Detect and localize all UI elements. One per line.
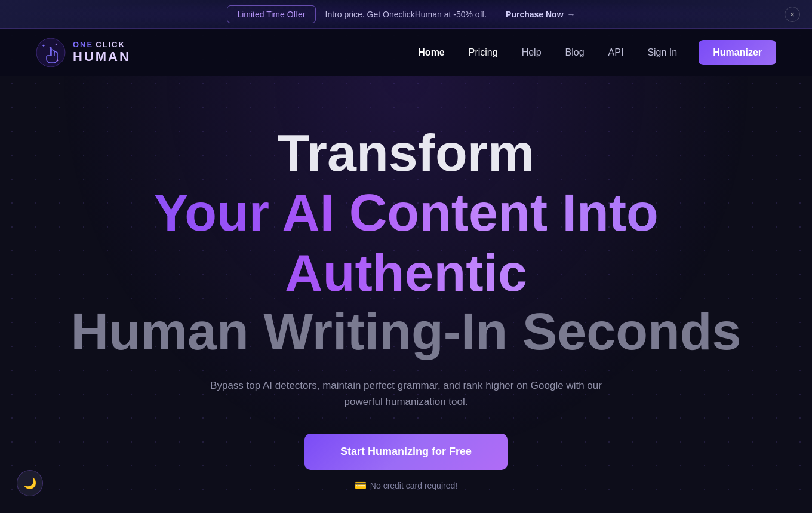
- nav-humanizer-button[interactable]: Humanizer: [699, 40, 776, 65]
- purchase-now-button[interactable]: Purchase Now →: [496, 6, 585, 23]
- svg-text:✦: ✦: [56, 59, 59, 62]
- logo-icon: ✦ ✦ ✦: [36, 38, 66, 67]
- nav-link-pricing[interactable]: Pricing: [459, 42, 508, 63]
- no-card-text: No credit card required!: [370, 481, 457, 490]
- navbar: ✦ ✦ ✦ ONE CLICK HUMAN: [0, 29, 812, 76]
- announcement-bar: Limited Time Offer Intro price. Get Onec…: [0, 0, 812, 29]
- card-emoji-icon: 💳: [355, 480, 367, 491]
- hero-subtitle: Bypass top AI detectors, maintain perfec…: [203, 377, 609, 410]
- hero-title-line4: Human Writing-In Seconds: [36, 303, 776, 361]
- start-humanizing-button[interactable]: Start Humanizing for Free: [304, 434, 508, 470]
- hero-title-line1: Transform: [36, 124, 776, 182]
- logo-text: ONE CLICK HUMAN: [73, 41, 131, 63]
- announcement-text: Intro price. Get OneclickHuman at -50% o…: [325, 10, 487, 19]
- nav-link-signin[interactable]: Sign In: [638, 42, 687, 63]
- nav-link-home[interactable]: Home: [408, 42, 454, 63]
- nav-link-blog[interactable]: Blog: [556, 42, 594, 63]
- svg-text:✦: ✦: [55, 42, 57, 46]
- no-card-notice: 💳 No credit card required!: [36, 480, 776, 491]
- hero-section: Transform Your AI Content Into Authentic…: [0, 76, 812, 513]
- close-announcement-button[interactable]: ×: [785, 7, 800, 22]
- nav-link-api[interactable]: API: [599, 42, 633, 63]
- limited-offer-badge: Limited Time Offer: [227, 5, 315, 23]
- nav-link-help[interactable]: Help: [512, 42, 551, 63]
- logo[interactable]: ✦ ✦ ✦ ONE CLICK HUMAN: [36, 38, 131, 67]
- nav-links: Home Pricing Help Blog API Sign In Human…: [408, 40, 776, 65]
- dark-mode-toggle-button[interactable]: 🌙: [17, 470, 43, 496]
- svg-text:✦: ✦: [42, 44, 45, 48]
- hero-title-line2-3: Your AI Content Into Authentic: [36, 182, 776, 303]
- moon-icon: 🌙: [23, 477, 36, 490]
